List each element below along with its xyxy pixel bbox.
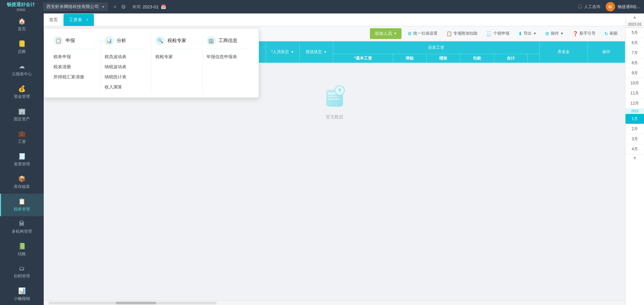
menu-tax-fluctuation[interactable]: 税负波动表: [105, 52, 147, 62]
export-button[interactable]: ⬇ 导出 ▼: [516, 29, 539, 39]
date-month-9[interactable]: 9月: [626, 68, 644, 78]
th-deduction: 扣款: [460, 54, 494, 63]
th-pension2: [528, 54, 539, 63]
salary-icon: 💼: [18, 130, 26, 138]
person-status-filter-icon[interactable]: ▼: [291, 50, 294, 54]
report-status-filter-icon[interactable]: ▼: [324, 50, 327, 54]
th-total: 合计: [494, 54, 528, 63]
calendar-icon[interactable]: 📅: [161, 4, 166, 9]
multi-org-icon: 🏛: [19, 220, 25, 227]
refresh-icon: ↻: [604, 31, 608, 36]
date-nav-up[interactable]: ▲: [626, 13, 644, 21]
tax-expert-section-icon: 🔍: [155, 36, 165, 45]
add-person-button[interactable]: 添加人员 ▼: [370, 28, 402, 39]
svg-text:?: ?: [338, 88, 341, 93]
business-info-section-icon: 🏢: [206, 36, 216, 45]
guide-button[interactable]: ❓ 新手引导: [570, 29, 598, 39]
sidebar-label-closing: 结账: [18, 251, 26, 257]
support-button[interactable]: 🎧 人工咨询: [578, 4, 600, 10]
operation-dropdown-icon: ▼: [560, 32, 564, 35]
refresh-button[interactable]: ↻ 刷新: [602, 29, 620, 39]
date-month-8[interactable]: 8月: [626, 58, 644, 68]
empty-illustration: ?: [321, 83, 348, 110]
sidebar-item-cloud-report[interactable]: ☁ 云报表中心: [0, 59, 44, 81]
declaration-section-title: 申报: [66, 38, 75, 44]
headset-icon: 🎧: [578, 4, 583, 9]
sidebar-item-tax[interactable]: 📋 税务管理: [0, 194, 44, 216]
date-nav-down[interactable]: ▼: [626, 154, 644, 162]
analysis-section-icon: 📊: [105, 36, 114, 45]
period-value[interactable]: 2023-01: [143, 4, 159, 9]
date-month-3[interactable]: 3月: [626, 134, 644, 144]
sidebar-label-inventory: 库存核算: [14, 184, 30, 190]
bottom-scrollbar[interactable]: [44, 300, 625, 305]
menu-tax-payment-fluctuation[interactable]: 纳税波动表: [105, 62, 147, 72]
sidebar-item-multi-org[interactable]: 🏛 多机构管理: [0, 216, 44, 238]
th-allowance: 津贴: [393, 54, 426, 63]
date-month-7[interactable]: 7月: [626, 48, 644, 58]
social-icon: ⚙: [408, 31, 412, 36]
sidebar-item-salary[interactable]: 💼 工资: [0, 126, 44, 149]
archive-icon: 🗂: [19, 265, 25, 272]
user-info[interactable]: 畅 畅捷通B组...: [606, 2, 640, 11]
date-month-11[interactable]: 11月: [626, 88, 644, 99]
sidebar-item-fixed-assets[interactable]: 🏢 固定资产: [0, 104, 44, 126]
date-month-10[interactable]: 10月: [626, 78, 644, 88]
company-chevron-icon: ▼: [102, 5, 105, 9]
date-month-12[interactable]: 12月: [626, 99, 644, 109]
date-month-6[interactable]: 6月: [626, 38, 644, 48]
tab-salary[interactable]: 工资表 ×: [64, 14, 94, 26]
menu-income-estimate[interactable]: 收入测算: [105, 82, 147, 92]
tax-dropdown-popup: 📋 申报 税务申报 税表清册 所得税汇算清缴 📊 分析 税负波动表 纳税波动表 …: [44, 28, 259, 98]
sidebar-label-fund: 资金管理: [14, 94, 30, 100]
export-label: 导出: [524, 31, 532, 36]
date-month-4[interactable]: 4月: [626, 144, 644, 154]
add-person-label: 添加人员: [375, 31, 392, 37]
sidebar-item-general-ledger[interactable]: 📒 总账: [0, 36, 44, 59]
date-month-2[interactable]: 2月: [626, 124, 644, 134]
special-deduction-button[interactable]: 📋 专项附加扣除: [444, 29, 480, 39]
ledger-icon: 📒: [18, 40, 26, 47]
user-name: 畅捷通B组...: [618, 4, 640, 10]
invoice-icon: 🧾: [18, 153, 26, 160]
tax-declaration-button[interactable]: 🧾 个税申报: [484, 29, 512, 39]
sidebar-item-invoice[interactable]: 🧾 发票管理: [0, 149, 44, 171]
menu-tax-expert[interactable]: 税检专家: [155, 52, 198, 62]
menu-tax-table-list[interactable]: 税表清册: [53, 62, 96, 72]
operation-button[interactable]: ⚙ 操作 ▼: [542, 29, 566, 39]
tab-home[interactable]: 首页: [44, 14, 64, 26]
date-month-1[interactable]: 1月: [626, 114, 644, 124]
date-month-5[interactable]: 5月: [626, 28, 644, 38]
top-bar-right: 🎧 人工咨询 畅 畅捷通B组...: [578, 2, 640, 11]
menu-income-tax-settlement[interactable]: 所得税汇算清缴: [53, 72, 96, 82]
sidebar: 🏠 首页 📒 总账 ☁ 云报表中心 💰 资金管理 🏢 固定资产 💼 工资 🧾 发…: [0, 13, 44, 305]
settings-icon[interactable]: ⚙: [121, 4, 126, 10]
popup-section-business-info: 🏢 工商信息 年报信息申报表: [202, 34, 254, 92]
company-selector[interactable]: 西安虾米网络科技有限公司 ▼: [43, 2, 108, 11]
tab-close-icon[interactable]: ×: [86, 14, 88, 26]
sidebar-item-fund[interactable]: 💰 资金管理: [0, 81, 44, 104]
th-base-salary: *基本工资: [333, 54, 393, 63]
menu-tax-statistics[interactable]: 纳税统计表: [105, 72, 147, 82]
sidebar-item-home[interactable]: 🏠 首页: [0, 13, 44, 36]
sidebar-label-assets: 固定资产: [14, 116, 30, 122]
user-avatar: 畅: [606, 2, 615, 11]
menu-tax-declaration[interactable]: 税务申报: [53, 52, 96, 62]
popup-section-declaration-header: 📋 申报: [53, 34, 96, 49]
tab-salary-label: 工资表: [69, 14, 82, 26]
add-dropdown-icon: ▼: [393, 32, 397, 35]
social-insurance-button[interactable]: ⚙ 统一社保设置: [405, 29, 440, 39]
export-icon: ⬇: [518, 31, 522, 36]
sidebar-item-archive[interactable]: 🗂 归档管理: [0, 261, 44, 283]
sidebar-item-closing[interactable]: 📗 结账: [0, 238, 44, 261]
tab-bar: 首页 工资表 ×: [44, 13, 625, 26]
tab-home-label: 首页: [49, 17, 58, 22]
sidebar-item-expense[interactable]: 📊 小畅报销: [0, 283, 44, 305]
menu-annual-report[interactable]: 年报信息申报表: [206, 52, 250, 62]
scrollbar-thumb[interactable]: [116, 302, 156, 304]
th-salary-group-label: 应发工资: [428, 45, 444, 50]
add-icon[interactable]: ＋: [112, 3, 118, 10]
support-label: 人工咨询: [584, 4, 600, 10]
special-icon: 📋: [446, 31, 452, 36]
sidebar-item-inventory[interactable]: 📦 库存核算: [0, 171, 44, 194]
